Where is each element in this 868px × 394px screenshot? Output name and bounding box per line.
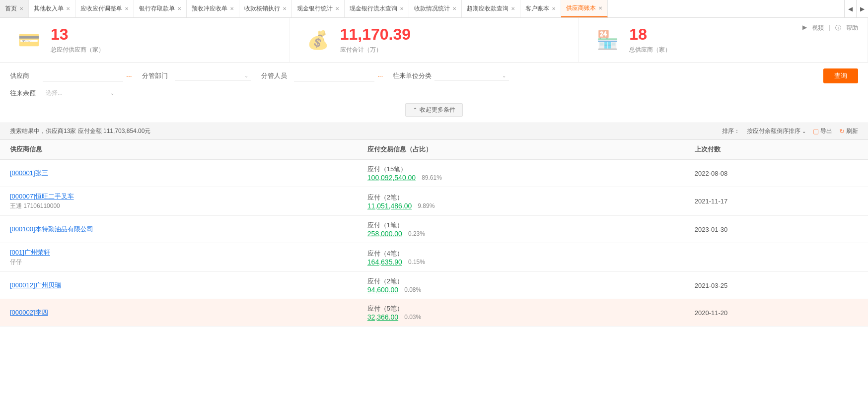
tx-amount-row-001[interactable]: 164,635.90 [367, 258, 402, 266]
close-icon-customer-account[interactable]: ✕ [552, 6, 556, 11]
nav-tab-bank-deposit[interactable]: 银行存取款单✕ [134, 0, 187, 17]
nav-tab-supplier-account[interactable]: 供应商账本✕ [561, 0, 608, 17]
results-bar: 搜索结果中，供应商13家 应付金额 111,703,854.00元 排序： 按应… [0, 123, 868, 140]
nav-tab-ar-adjust[interactable]: 应收应付调整单✕ [75, 0, 134, 17]
balance-label: 往来余额 [10, 89, 40, 98]
person-label: 分管人员 [261, 71, 291, 80]
table-row: [000007]恒旺二手叉车王通 17106110000应付（2笔）11,051… [0, 187, 868, 216]
nav-tab-cash-bank-flow[interactable]: 现金银行流水查询✕ [345, 0, 409, 17]
page-wrapper: 首页✕其他收入单✕应收应付调整单✕银行存取款单✕预收冲应收单✕收款核销执行✕现金… [0, 0, 868, 394]
tx-cell-row-000007: 应付（2笔）11,051,486.009.89% [358, 187, 685, 216]
nav-tab-home[interactable]: 首页✕ [0, 0, 29, 17]
supplier-cell-row-001: [001]广州荣轩仔仔 [0, 243, 358, 272]
summary-icon-total-ap-suppliers: 💳 [15, 26, 43, 54]
nav-next-arrow[interactable]: ▶ [856, 0, 868, 17]
summary-item-total-ap-amount: 💰11,170.39应付合计（万） [289, 18, 579, 62]
close-icon-bank-deposit[interactable]: ✕ [177, 6, 181, 11]
tx-amount-row-000012[interactable]: 94,600.00 [367, 286, 398, 294]
dept-select[interactable]: ⌄ [175, 71, 251, 80]
collapse-label: 收起更多条件 [420, 106, 455, 114]
nav-tab-receipt-stat[interactable]: 收款情况统计✕ [409, 0, 462, 17]
summary-label-total-suppliers: 总供应商（家） [629, 46, 671, 54]
close-icon-receipt-verify[interactable]: ✕ [283, 6, 287, 11]
supplier-sub-row-000007: 王通 17106110000 [10, 202, 348, 210]
tx-label-row-000100: 应付（1笔） [367, 221, 675, 230]
supplier-link-row-000007[interactable]: [000007]恒旺二手叉车 [10, 193, 74, 200]
tx-label-row-000007: 应付（2笔） [367, 193, 675, 202]
refresh-icon: ↻ [839, 128, 845, 135]
balance-chevron-icon: ⌄ [110, 90, 114, 96]
tx-cell-row-000002: 应付（5笔）32,366.000.03% [358, 299, 685, 327]
nav-tab-other-income[interactable]: 其他收入单✕ [29, 0, 75, 17]
supplier-cell-row-000012: [000012]广州贝瑞 [0, 272, 358, 299]
summary-number-total-ap-suppliers: 13 [51, 26, 104, 43]
video-link[interactable]: 视频 [812, 24, 824, 32]
close-icon-prepay-offset[interactable]: ✕ [230, 6, 234, 11]
refresh-button[interactable]: ↻ 刷新 [839, 127, 858, 135]
col-header-lastpay: 上次付数 [685, 140, 868, 159]
last-pay-row-000012: 2021-03-25 [685, 272, 868, 299]
tx-label-row-000012: 应付（2笔） [367, 277, 675, 286]
supplier-dots[interactable]: ··· [126, 72, 132, 80]
balance-select[interactable]: 选择... ⌄ [43, 87, 117, 99]
last-pay-row-000100: 2023-01-30 [685, 216, 868, 243]
summary-label-total-ap-suppliers: 总应付供应商（家） [51, 46, 104, 54]
tx-percent-row-000001: 89.61% [422, 174, 442, 181]
last-pay-row-000001: 2022-08-08 [685, 159, 868, 187]
close-icon-other-income[interactable]: ✕ [66, 6, 70, 11]
filter-person: 分管人员 ··· [261, 71, 383, 81]
table-header: 供应商信息 应付交易信息（占比） 上次付数 [0, 140, 868, 159]
close-icon-supplier-account[interactable]: ✕ [598, 5, 602, 11]
summary-number-total-ap-amount: 11,170.39 [340, 26, 411, 43]
close-icon-cash-bank-stat[interactable]: ✕ [335, 6, 339, 11]
nav-tab-customer-account[interactable]: 客户账本✕ [520, 0, 561, 17]
tx-cell-row-001: 应付（4笔）164,635.900.15% [358, 243, 685, 272]
supplier-link-row-000002[interactable]: [000002]李四 [10, 309, 48, 316]
export-button[interactable]: ▢ 导出 [813, 127, 832, 135]
supplier-cell-row-000002: [000002]李四 [0, 299, 358, 327]
supplier-cell-row-000001: [000001]张三 [0, 159, 358, 187]
nav-tab-prepay-offset[interactable]: 预收冲应收单✕ [187, 0, 239, 17]
supplier-link-row-000012[interactable]: [000012]广州贝瑞 [10, 281, 61, 289]
query-button[interactable]: 查询 [823, 68, 858, 83]
tx-amount-row-000002[interactable]: 32,366.00 [367, 313, 398, 321]
table-row: [000001]张三应付（15笔）100,092,540.0089.61%202… [0, 159, 868, 187]
supplier-link-row-000100[interactable]: [000100]本特勤油品有限公司 [10, 225, 93, 233]
data-table: 供应商信息 应付交易信息（占比） 上次付数 [000001]张三应付（15笔）1… [0, 140, 868, 327]
results-right: 排序： 按应付余额倒序排序 ⌄ ▢ 导出 ↻ 刷新 [722, 127, 858, 135]
supplier-label: 供应商 [10, 71, 40, 80]
nav-tab-overdue-query[interactable]: 超期应收款查询✕ [462, 0, 520, 17]
supplier-input[interactable] [43, 71, 123, 81]
supplier-link-row-001[interactable]: [001]广州荣轩 [10, 249, 50, 256]
tx-amount-row-000100[interactable]: 258,000.00 [367, 230, 402, 238]
filter-balance: 往来余额 选择... ⌄ [10, 87, 117, 99]
table-row: [000002]李四应付（5笔）32,366.000.03%2020-11-20 [0, 299, 868, 327]
supplier-cell-row-000100: [000100]本特勤油品有限公司 [0, 216, 358, 243]
table-container: 供应商信息 应付交易信息（占比） 上次付数 [000001]张三应付（15笔）1… [0, 140, 868, 394]
dept-label: 分管部门 [142, 71, 172, 80]
export-icon: ▢ [813, 128, 819, 135]
tx-amount-row-000007[interactable]: 11,051,486.00 [367, 202, 412, 210]
table-row: [000100]本特勤油品有限公司应付（1笔）258,000.000.23%20… [0, 216, 868, 243]
person-input[interactable] [294, 71, 374, 81]
table-row: [001]广州荣轩仔仔应付（4笔）164,635.900.15% [0, 243, 868, 272]
nav-tab-cash-bank-stat[interactable]: 现金银行统计✕ [292, 0, 345, 17]
summary-number-total-suppliers: 18 [629, 26, 671, 43]
nav-prev-arrow[interactable]: ◀ [844, 0, 856, 17]
nav-tab-receipt-verify[interactable]: 收款核销执行✕ [239, 0, 292, 17]
tx-label-row-000002: 应付（5笔） [367, 304, 675, 313]
collapse-button[interactable]: ⌃ 收起更多条件 [405, 103, 463, 117]
close-icon-cash-bank-flow[interactable]: ✕ [400, 6, 404, 11]
help-link[interactable]: 帮助 [846, 24, 858, 32]
tx-label-row-001: 应付（4笔） [367, 249, 675, 258]
close-icon-overdue-query[interactable]: ✕ [511, 6, 515, 11]
sort-select[interactable]: 按应付余额倒序排序 ⌄ [747, 127, 806, 135]
summary-item-total-ap-suppliers: 💳13总应付供应商（家） [0, 18, 289, 62]
close-icon-home[interactable]: ✕ [19, 6, 23, 11]
supplier-link-row-000001[interactable]: [000001]张三 [10, 169, 48, 177]
close-icon-ar-adjust[interactable]: ✕ [125, 6, 129, 11]
close-icon-receipt-stat[interactable]: ✕ [452, 6, 456, 11]
tx-amount-row-000001[interactable]: 100,092,540.00 [367, 174, 416, 182]
person-dots[interactable]: ··· [377, 72, 383, 80]
category-select[interactable]: ⌄ [434, 71, 509, 80]
